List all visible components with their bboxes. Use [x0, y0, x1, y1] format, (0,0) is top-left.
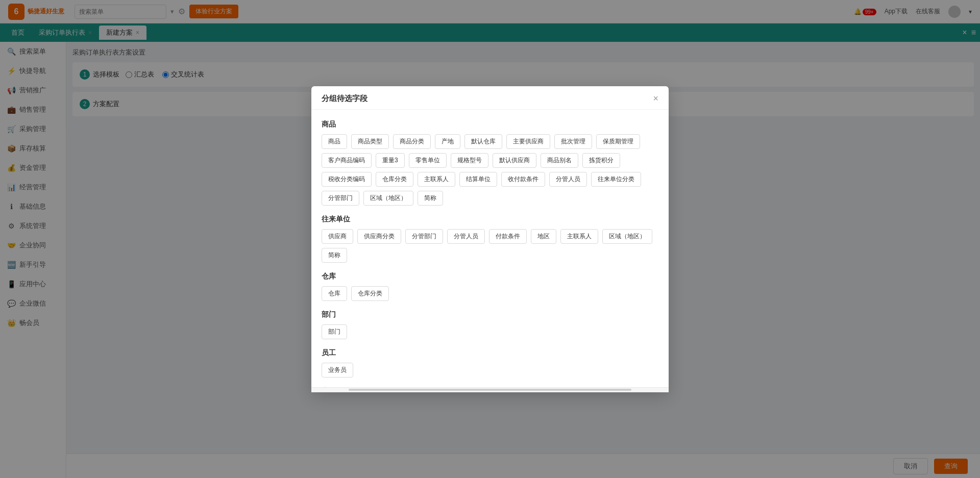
field-tag-goods-19[interactable]: 收付款条件 [501, 172, 545, 187]
field-tag-goods-2[interactable]: 商品分类 [393, 134, 431, 149]
field-tags-goods: 商品 商品类型 商品分类 产地 默认仓库 主要供应商 批次管理 保质期管理 客户… [322, 134, 658, 206]
modal-close-btn[interactable]: × [653, 93, 658, 104]
field-group-warehouse-title: 仓库 [322, 272, 658, 281]
field-tag-partner-3[interactable]: 分管人员 [447, 229, 485, 244]
field-tags-dept: 部门 [322, 324, 658, 339]
field-tag-partner-1[interactable]: 供应商分类 [357, 229, 401, 244]
field-group-dept: 部门 部门 [322, 310, 658, 339]
field-tag-partner-2[interactable]: 分管部门 [405, 229, 443, 244]
field-tag-goods-7[interactable]: 保质期管理 [596, 134, 640, 149]
field-group-warehouse: 仓库 仓库 仓库分类 [322, 272, 658, 301]
modal-header: 分组待选字段 × [311, 86, 669, 110]
field-tag-partner-6[interactable]: 主联系人 [560, 229, 598, 244]
field-tag-partner-0[interactable]: 供应商 [322, 229, 353, 244]
field-tag-goods-14[interactable]: 拣货积分 [582, 153, 620, 168]
field-tag-goods-21[interactable]: 往来单位分类 [591, 172, 641, 187]
field-tag-partner-8[interactable]: 简称 [322, 248, 347, 263]
field-tag-goods-23[interactable]: 区域（地区） [363, 191, 413, 206]
field-tags-staff: 业务员 [322, 363, 658, 378]
field-tag-goods-0[interactable]: 商品 [322, 134, 347, 149]
field-tag-goods-17[interactable]: 主联系人 [418, 172, 455, 187]
field-select-modal: 分组待选字段 × 商品 商品 商品类型 商品分类 产地 默认仓库 主要供应商 批… [311, 86, 669, 392]
field-tag-goods-16[interactable]: 仓库分类 [376, 172, 413, 187]
field-tag-partner-4[interactable]: 付款条件 [489, 229, 527, 244]
field-tag-goods-13[interactable]: 商品别名 [541, 153, 578, 168]
field-group-staff-title: 员工 [322, 348, 658, 358]
modal-scrollbar[interactable] [311, 387, 669, 392]
field-tag-goods-18[interactable]: 结算单位 [459, 172, 497, 187]
field-tags-warehouse: 仓库 仓库分类 [322, 286, 658, 301]
field-group-goods-title: 商品 [322, 120, 658, 129]
field-group-partner: 往来单位 供应商 供应商分类 分管部门 分管人员 付款条件 地区 主联系人 区域… [322, 215, 658, 263]
modal-title: 分组待选字段 [322, 94, 368, 104]
field-tag-warehouse-1[interactable]: 仓库分类 [351, 286, 389, 301]
field-group-dept-title: 部门 [322, 310, 658, 319]
field-tag-goods-22[interactable]: 分管部门 [322, 191, 359, 206]
field-tag-goods-9[interactable]: 重量3 [376, 153, 405, 168]
field-tag-staff-0[interactable]: 业务员 [322, 363, 353, 378]
field-tag-partner-7[interactable]: 区域（地区） [602, 229, 652, 244]
field-tag-dept-0[interactable]: 部门 [322, 324, 347, 339]
field-tag-goods-1[interactable]: 商品类型 [351, 134, 389, 149]
field-tag-goods-10[interactable]: 零售单位 [409, 153, 447, 168]
field-group-goods: 商品 商品 商品类型 商品分类 产地 默认仓库 主要供应商 批次管理 保质期管理… [322, 120, 658, 206]
field-tag-goods-20[interactable]: 分管人员 [549, 172, 587, 187]
modal-body: 商品 商品 商品类型 商品分类 产地 默认仓库 主要供应商 批次管理 保质期管理… [311, 110, 669, 387]
field-tag-goods-3[interactable]: 产地 [435, 134, 460, 149]
field-tag-goods-4[interactable]: 默认仓库 [464, 134, 502, 149]
field-tag-goods-8[interactable]: 客户商品编码 [322, 153, 372, 168]
field-tag-goods-11[interactable]: 规格型号 [451, 153, 488, 168]
field-tag-goods-5[interactable]: 主要供应商 [506, 134, 550, 149]
field-tag-goods-6[interactable]: 批次管理 [554, 134, 592, 149]
field-group-partner-title: 往来单位 [322, 215, 658, 224]
field-tag-goods-24[interactable]: 简称 [418, 191, 443, 206]
field-group-staff: 员工 业务员 [322, 348, 658, 378]
modal-overlay: 分组待选字段 × 商品 商品 商品类型 商品分类 产地 默认仓库 主要供应商 批… [0, 0, 980, 478]
field-tag-warehouse-0[interactable]: 仓库 [322, 286, 347, 301]
field-tag-goods-12[interactable]: 默认供应商 [493, 153, 536, 168]
field-tag-goods-15[interactable]: 税收分类编码 [322, 172, 372, 187]
field-tag-partner-5[interactable]: 地区 [531, 229, 556, 244]
field-tags-partner: 供应商 供应商分类 分管部门 分管人员 付款条件 地区 主联系人 区域（地区） … [322, 229, 658, 263]
